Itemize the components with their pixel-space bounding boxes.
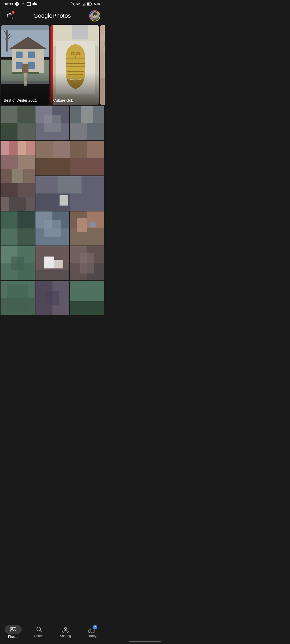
circle-icon	[15, 2, 19, 6]
photo-thumb-13[interactable]	[1, 281, 35, 315]
app-logo: Google Photos	[33, 12, 71, 19]
photo-thumb-11[interactable]	[35, 246, 70, 280]
svg-rect-129	[89, 222, 96, 227]
svg-rect-141	[80, 253, 94, 273]
shopping-button[interactable]	[4, 10, 15, 21]
svg-rect-110	[58, 176, 81, 193]
svg-rect-89	[17, 141, 26, 155]
cloud-icon	[32, 2, 37, 6]
svg-rect-73	[17, 106, 34, 123]
svg-rect-92	[17, 155, 34, 169]
photo-thumb-14[interactable]	[35, 281, 70, 315]
svg-rect-69	[104, 41, 105, 46]
svg-rect-88	[9, 141, 17, 155]
svg-rect-102	[35, 141, 53, 158]
memory-1-image	[1, 25, 49, 105]
svg-rect-99	[9, 197, 26, 211]
battery-icon	[87, 2, 93, 6]
wifi-icon	[76, 2, 80, 6]
top-app-bar: Google Photos	[0, 8, 105, 25]
svg-point-18	[95, 16, 95, 17]
svg-rect-123	[44, 220, 61, 237]
fan-icon	[21, 2, 25, 6]
svg-point-17	[95, 15, 96, 16]
svg-rect-114	[59, 195, 68, 205]
memory-card-3-partial[interactable]	[100, 25, 105, 105]
photo-thumb-5[interactable]	[35, 141, 104, 175]
svg-rect-38	[1, 25, 49, 105]
svg-rect-113	[70, 193, 104, 211]
svg-rect-9	[87, 3, 89, 5]
svg-rect-96	[1, 183, 17, 197]
svg-rect-150	[70, 301, 104, 315]
svg-rect-107	[70, 158, 104, 175]
svg-rect-60	[50, 25, 99, 105]
svg-rect-4	[82, 5, 82, 6]
svg-rect-64	[100, 52, 105, 78]
memory-card-2[interactable]: Culture club	[50, 25, 99, 105]
svg-rect-98	[1, 197, 9, 211]
photo-thumb-3[interactable]	[70, 106, 104, 140]
svg-rect-7	[85, 2, 85, 6]
svg-rect-118	[1, 228, 17, 245]
photo-thumb-9[interactable]	[70, 211, 104, 246]
photo-thumb-4[interactable]	[1, 141, 35, 211]
user-avatar-button[interactable]	[89, 10, 100, 21]
svg-rect-72	[1, 106, 17, 123]
svg-rect-6	[84, 3, 85, 6]
svg-rect-117	[17, 211, 34, 228]
svg-rect-66	[100, 78, 105, 105]
svg-rect-2	[27, 2, 31, 6]
svg-rect-105	[87, 141, 104, 158]
shopping-badge	[12, 11, 15, 14]
svg-rect-94	[12, 169, 23, 183]
signal-icon	[82, 2, 85, 6]
svg-rect-137	[35, 270, 70, 280]
memory-card-1[interactable]: Best of Winter 2021	[1, 25, 49, 105]
svg-point-1	[16, 3, 18, 5]
photo-thumb-2[interactable]	[35, 106, 70, 140]
photo-thumb-8[interactable]	[35, 211, 70, 246]
photo-thumb-15[interactable]	[70, 281, 104, 315]
logo-photos: Photos	[52, 12, 71, 19]
svg-rect-5	[83, 4, 84, 6]
svg-rect-93	[1, 169, 12, 183]
photo-thumb-12[interactable]	[70, 246, 104, 280]
memory-3-image	[100, 25, 105, 105]
photo-thumb-10[interactable]	[1, 246, 35, 280]
photo-thumb-6[interactable]	[35, 176, 104, 211]
svg-rect-83	[93, 106, 104, 123]
avatar-image	[90, 11, 99, 20]
svg-rect-15	[93, 18, 97, 20]
battery-percent: 53%	[94, 2, 100, 6]
svg-rect-79	[44, 115, 61, 132]
time: 10:11	[4, 2, 13, 6]
logo-google: Google	[33, 12, 52, 19]
svg-rect-84	[70, 123, 87, 140]
svg-rect-91	[1, 155, 17, 169]
memory-1-label: Best of Winter 2021	[4, 98, 37, 103]
svg-rect-103	[53, 141, 70, 158]
svg-rect-74	[1, 123, 17, 140]
status-right: 53%	[71, 2, 100, 6]
memory-2-image	[50, 25, 99, 105]
status-bar: 10:11	[0, 0, 105, 8]
svg-rect-82	[81, 106, 93, 123]
svg-rect-144	[7, 284, 28, 312]
svg-rect-85	[87, 123, 104, 140]
photo-thumb-1[interactable]	[1, 106, 35, 140]
svg-rect-14	[93, 14, 97, 15]
memories-row: Best of Winter 2021	[0, 25, 105, 105]
svg-rect-87	[1, 141, 9, 155]
svg-rect-90	[26, 141, 35, 155]
svg-rect-149	[70, 281, 104, 301]
tablet-icon	[27, 2, 31, 6]
svg-rect-109	[35, 176, 58, 193]
svg-point-16	[93, 15, 94, 16]
svg-rect-95	[23, 169, 34, 183]
svg-rect-104	[70, 141, 87, 158]
svg-rect-81	[70, 106, 81, 123]
svg-rect-135	[44, 257, 54, 268]
photo-thumb-7[interactable]	[1, 211, 35, 246]
svg-rect-100	[26, 197, 35, 211]
